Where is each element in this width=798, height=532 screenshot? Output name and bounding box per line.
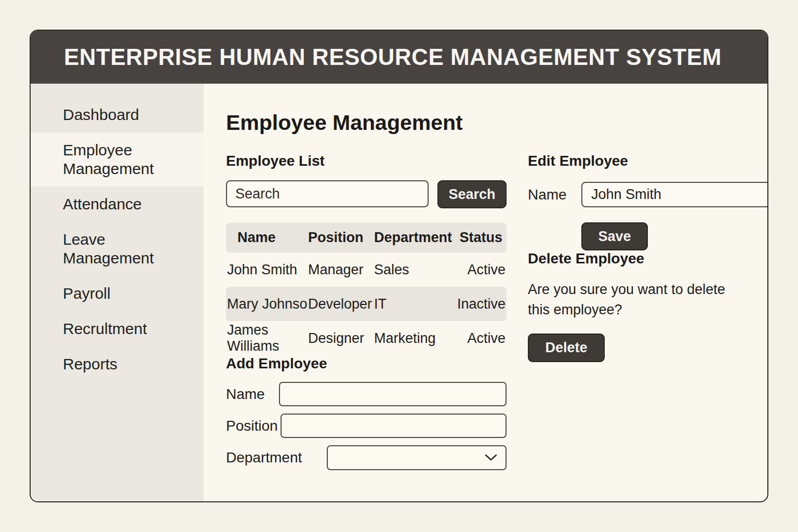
cell-name: James Williams — [226, 322, 308, 354]
sidebar-item-attendance[interactable]: Attendance — [31, 187, 204, 222]
cell-department: Marketing — [374, 330, 457, 347]
titlebar: ENTERPRISE HUMAN RESOURCE MANAGEMENT SYS… — [31, 31, 767, 84]
employee-list-title: Employee List — [226, 153, 507, 169]
delete-button[interactable]: Delete — [528, 334, 605, 362]
cell-position: Manager — [308, 262, 374, 278]
cell-name: John Smith — [226, 262, 308, 278]
add-position-row: Position — [226, 414, 507, 438]
sidebar-item-payroll[interactable]: Payroll — [31, 276, 204, 311]
sidebar-item-employee-management[interactable]: Employee Management — [31, 132, 204, 187]
table-header-status: Status — [457, 230, 507, 246]
delete-confirm-text: Are you sure you want to delete this emp… — [528, 280, 743, 320]
edit-name-input[interactable] — [581, 182, 768, 207]
sidebar-item-reports[interactable]: Reports — [31, 347, 204, 382]
app-body: Dashboard Employee Management Attendance… — [31, 84, 767, 501]
table-row[interactable]: James Williams Designer Marketing Active — [226, 321, 507, 355]
cell-position: Designer — [308, 330, 374, 347]
add-name-row: Name — [226, 382, 507, 406]
add-department-select[interactable] — [327, 445, 507, 470]
main-content: Employee Management Employee List Search… — [204, 84, 767, 501]
edit-employee-title: Edit Employee — [528, 153, 746, 169]
cell-status: Inactive — [457, 296, 507, 312]
add-employee-title: Add Employee — [226, 355, 507, 372]
add-name-input[interactable] — [279, 382, 507, 406]
add-position-input[interactable] — [281, 414, 507, 438]
cell-status: Active — [457, 262, 507, 278]
cell-name: Mary Johnso — [226, 296, 308, 312]
table-header-position: Position — [308, 230, 374, 246]
sidebar-item-leave-management[interactable]: Leave Management — [31, 222, 204, 276]
sidebar: Dashboard Employee Management Attendance… — [31, 84, 204, 501]
delete-employee-title: Delete Employee — [528, 250, 746, 267]
app-window: ENTERPRISE HUMAN RESOURCE MANAGEMENT SYS… — [30, 30, 768, 502]
add-position-label: Position — [226, 418, 281, 434]
add-department-row: Department — [226, 445, 507, 470]
table-row[interactable]: John Smith Manager Sales Active — [226, 252, 507, 287]
content-columns: Employee List Search Name Position Depar… — [226, 153, 767, 470]
table-header-name: Name — [226, 230, 308, 246]
cell-status: Active — [457, 330, 507, 347]
search-row: Search — [226, 180, 507, 208]
save-button[interactable]: Save — [581, 222, 648, 250]
edit-name-label: Name — [528, 187, 581, 203]
search-button[interactable]: Search — [437, 180, 507, 208]
cell-position: Developer — [308, 296, 374, 312]
edit-name-row: Name — [528, 182, 746, 207]
app-title: ENTERPRISE HUMAN RESOURCE MANAGEMENT SYS… — [64, 44, 722, 70]
table-header-department: Department — [374, 230, 457, 246]
employee-table: Name Position Department Status John Smi… — [226, 223, 507, 355]
edit-delete-section: Edit Employee Name Save Delete Employee … — [528, 153, 746, 470]
table-row[interactable]: Mary Johnso Developer IT Inactive — [226, 287, 507, 321]
chevron-down-icon — [485, 454, 497, 461]
sidebar-item-dashboard[interactable]: Dashboard — [31, 97, 204, 132]
sidebar-item-recruitment[interactable]: Recrultment — [31, 311, 204, 347]
add-name-label: Name — [226, 386, 279, 403]
page-title: Employee Management — [226, 111, 767, 135]
table-header-row: Name Position Department Status — [226, 223, 507, 252]
employee-list-section: Employee List Search Name Position Depar… — [226, 153, 507, 470]
add-department-label: Department — [226, 449, 327, 466]
search-input[interactable] — [226, 180, 429, 207]
cell-department: Sales — [374, 262, 457, 278]
cell-department: IT — [374, 296, 457, 312]
